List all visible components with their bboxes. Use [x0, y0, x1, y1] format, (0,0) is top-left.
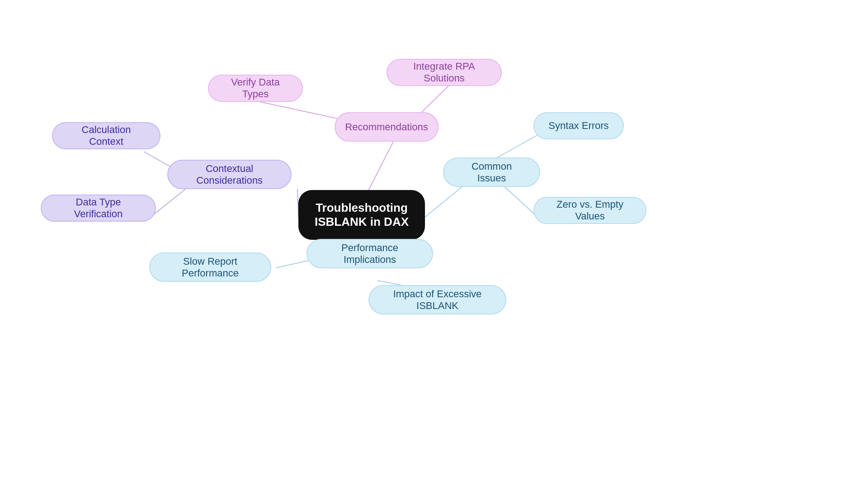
contextual-considerations-node[interactable]: Contextual Considerations — [167, 160, 292, 189]
data-type-verification-node[interactable]: Data Type Verification — [41, 195, 156, 222]
zero-vs-empty-node[interactable]: Zero vs. Empty Values — [533, 197, 646, 224]
common-issues-node[interactable]: Common Issues — [443, 157, 540, 187]
impact-excessive-isblank-node[interactable]: Impact of Excessive ISBLANK — [368, 285, 506, 314]
verify-data-types-node[interactable]: Verify Data Types — [208, 75, 303, 102]
recommendations-node[interactable]: Recommendations — [335, 112, 439, 142]
center-node[interactable]: Troubleshooting ISBLANK in DAX — [298, 190, 425, 240]
integrate-rpa-node[interactable]: Integrate RPA Solutions — [387, 59, 502, 86]
performance-implications-node[interactable]: Performance Implications — [307, 239, 433, 268]
calculation-context-node[interactable]: Calculation Context — [52, 122, 160, 149]
slow-report-performance-node[interactable]: Slow Report Performance — [149, 252, 271, 282]
syntax-errors-node[interactable]: Syntax Errors — [533, 112, 624, 139]
